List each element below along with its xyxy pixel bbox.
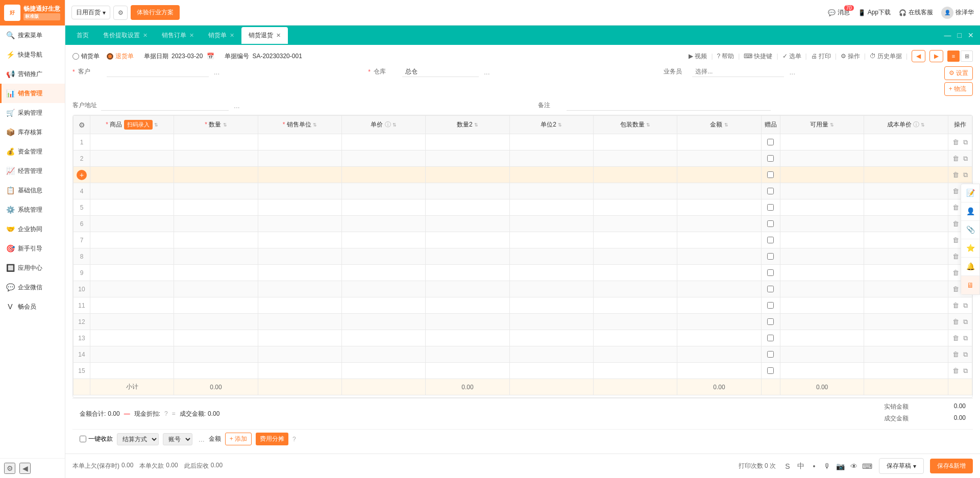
- sidebar-item-sales[interactable]: 📊 销售管理: [0, 84, 65, 103]
- sidebar-settings-btn[interactable]: ⚙: [4, 463, 15, 474]
- tab-sales-order[interactable]: 销售订单 ✕: [155, 27, 201, 44]
- row-copy-btn-14[interactable]: ⧉: [962, 349, 969, 360]
- row-delete-btn-15[interactable]: 🗑: [951, 366, 960, 376]
- warehouse-input[interactable]: [402, 66, 479, 77]
- operate-btn[interactable]: ⚙ 操作: [841, 52, 860, 61]
- experience-btn[interactable]: 体验行业方案: [131, 5, 180, 20]
- setup-btn[interactable]: ⚙ 设置: [944, 66, 973, 80]
- row-delete-btn-13[interactable]: 🗑: [951, 333, 960, 343]
- warehouse-dots[interactable]: ...: [484, 68, 490, 76]
- qty-input-1[interactable]: [177, 139, 254, 146]
- row-delete-btn-7[interactable]: 🗑: [951, 235, 960, 245]
- product-input-3[interactable]: [93, 171, 170, 179]
- radio-return[interactable]: 退货单: [107, 52, 134, 61]
- help-btn[interactable]: ? 帮助: [717, 52, 734, 61]
- tab-sales-return[interactable]: 销货退货 ✕: [241, 27, 288, 44]
- sidebar-item-marketing[interactable]: 📢 营销推广: [0, 64, 65, 84]
- sidebar-item-shortcut[interactable]: ⚡ 快捷导航: [0, 45, 65, 64]
- tab-maximize-btn[interactable]: □: [955, 30, 964, 40]
- app-download-btn[interactable]: 📱 App下载: [858, 8, 891, 17]
- qty2-input-1[interactable]: [429, 139, 506, 146]
- col-sort-available[interactable]: ⇅: [830, 122, 834, 128]
- nav-prev-btn[interactable]: ◀: [912, 50, 925, 62]
- save-draft-btn[interactable]: 保存草稿 ▾: [879, 458, 924, 474]
- topnav-settings-btn[interactable]: ⚙: [113, 6, 128, 20]
- row-delete-btn-2[interactable]: 🗑: [951, 154, 960, 164]
- row-copy-btn-13[interactable]: ⧉: [962, 333, 969, 343]
- sidebar-item-guide[interactable]: 🎯 新手引导: [0, 239, 65, 258]
- cost-info-icon[interactable]: ⓘ: [913, 121, 919, 128]
- select-btn[interactable]: ✓ 选单: [782, 52, 801, 61]
- tab-home[interactable]: 首页: [69, 27, 96, 44]
- unit2-input-1[interactable]: [513, 139, 590, 146]
- input-tool-3[interactable]: 📷: [835, 461, 846, 472]
- gift-check-8[interactable]: [767, 253, 774, 260]
- account-dots[interactable]: ...: [199, 435, 205, 443]
- price-info-icon[interactable]: ⓘ: [385, 121, 391, 128]
- row-delete-btn-1[interactable]: 🗑: [951, 137, 960, 147]
- amount-input-1[interactable]: [680, 139, 757, 146]
- input-tool-4[interactable]: 👁: [848, 461, 860, 472]
- pinyin-icon[interactable]: 中: [795, 461, 806, 472]
- col-sort-unit[interactable]: ⇅: [313, 122, 317, 128]
- gift-check-6[interactable]: [767, 220, 774, 227]
- customer-service-btn[interactable]: 🎧 在线客服: [899, 8, 933, 17]
- sidebar-item-base[interactable]: 📋 基础信息: [0, 181, 65, 200]
- row-delete-btn-5[interactable]: 🗑: [951, 203, 960, 213]
- row-delete-btn-4[interactable]: 🗑: [951, 186, 960, 196]
- note-input[interactable]: [567, 100, 771, 111]
- sidebar-item-operations[interactable]: 📈 经营管理: [0, 161, 65, 181]
- col-sort-qty[interactable]: ⇅: [223, 122, 227, 128]
- row-copy-btn-15[interactable]: ⧉: [962, 366, 969, 376]
- user-profile-btn[interactable]: 👤 徐泽华: [941, 7, 974, 19]
- row-copy-btn-2[interactable]: ⧉: [962, 154, 969, 164]
- tab-close-price-settings[interactable]: ✕: [143, 32, 148, 39]
- address-dots[interactable]: ...: [234, 102, 240, 110]
- col-settings-btn[interactable]: ⚙: [79, 121, 85, 129]
- salesperson-dots[interactable]: ...: [789, 68, 795, 76]
- calc-method-select[interactable]: 结算方式: [117, 433, 159, 445]
- gift-check-11[interactable]: [767, 302, 774, 309]
- calc-help-icon[interactable]: ?: [164, 410, 168, 417]
- row-delete-btn-8[interactable]: 🗑: [951, 251, 960, 262]
- col-sort-cost[interactable]: ⇅: [921, 122, 925, 128]
- nav-next-btn[interactable]: ▶: [929, 50, 943, 62]
- tab-close-sales-order[interactable]: ✕: [189, 32, 194, 39]
- right-panel-attach-btn[interactable]: 📎: [961, 221, 979, 239]
- sidebar-item-purchase[interactable]: 🛒 采购管理: [0, 103, 65, 122]
- expense-help-icon[interactable]: ?: [292, 436, 296, 443]
- col-sort-price[interactable]: ⇅: [393, 122, 397, 128]
- row-delete-btn-3[interactable]: 🗑: [951, 170, 960, 180]
- col-sort-unit2[interactable]: ⇅: [558, 122, 562, 128]
- tab-close-sales-delivery[interactable]: ✕: [230, 32, 234, 39]
- sidebar-item-apps[interactable]: 🔲 应用中心: [0, 258, 65, 278]
- tab-minimize-btn[interactable]: —: [942, 30, 953, 40]
- input-tool-2[interactable]: 🎙: [822, 461, 833, 472]
- input-tool-5[interactable]: ⌨: [862, 461, 873, 472]
- available-input-1[interactable]: [783, 139, 861, 146]
- row-delete-btn-9[interactable]: 🗑: [951, 268, 960, 278]
- unit-input-1[interactable]: [261, 139, 338, 146]
- right-panel-notes-btn[interactable]: 📝: [961, 184, 979, 203]
- row-delete-btn-11[interactable]: 🗑: [951, 300, 960, 311]
- gift-check-2[interactable]: [767, 155, 774, 162]
- sidebar-item-wechat[interactable]: 💬 企业微信: [0, 278, 65, 297]
- video-btn[interactable]: ▶ 视频: [689, 52, 707, 61]
- sidebar-item-system[interactable]: ⚙️ 系统管理: [0, 200, 65, 219]
- expense-split-btn[interactable]: 费用分摊: [256, 433, 288, 445]
- gift-check-15[interactable]: [767, 367, 774, 374]
- gift-check-10[interactable]: [767, 286, 774, 292]
- one-click-payment-checkbox[interactable]: 一键收款: [80, 435, 113, 443]
- print-btn[interactable]: 🖨 打印: [811, 52, 831, 61]
- right-panel-notify-btn[interactable]: 🔔: [961, 258, 979, 276]
- col-sort-qty2[interactable]: ⇅: [474, 122, 478, 128]
- grid-view-btn[interactable]: ⊞: [961, 51, 973, 62]
- row-copy-btn-1[interactable]: ⧉: [962, 137, 969, 147]
- gift-check-1[interactable]: [767, 139, 774, 145]
- right-panel-screen-btn[interactable]: 🖥: [961, 276, 979, 294]
- col-sort-pack[interactable]: ⇅: [646, 122, 650, 128]
- customer-input[interactable]: [107, 66, 209, 77]
- customer-dots[interactable]: ...: [214, 68, 220, 76]
- gift-check-3[interactable]: [767, 171, 774, 178]
- product-input-1[interactable]: [93, 139, 170, 146]
